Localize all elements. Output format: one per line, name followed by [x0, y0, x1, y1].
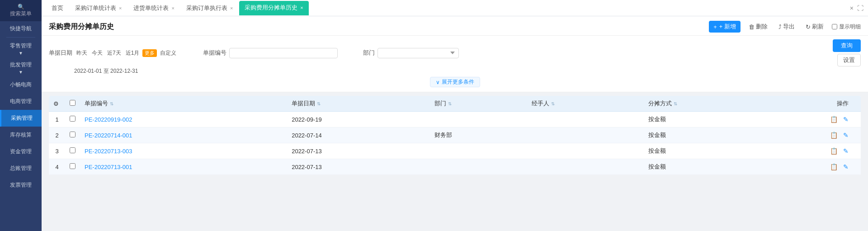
cell-checkbox-1[interactable]	[65, 127, 80, 143]
tab-stock-in-stats-label: 进货单统计表	[133, 4, 169, 12]
cell-doc-date-2: 2022-07-13	[287, 143, 430, 159]
tab-purchase-order-exec[interactable]: 采购订单执行表 ×	[181, 1, 238, 15]
cell-action-1: 📋 ✎	[825, 127, 861, 143]
tab-close-icon[interactable]: ×	[850, 5, 854, 12]
cell-checkbox-0[interactable]	[65, 112, 80, 127]
view-icon-0[interactable]: 📋	[829, 115, 839, 124]
edit-icon-3[interactable]: ✎	[842, 162, 849, 171]
edit-icon-2[interactable]: ✎	[842, 146, 849, 156]
show-columns-toggle[interactable]: 显示明细	[832, 23, 861, 31]
sidebar-item-ecommerce-small[interactable]: 小畅电商	[0, 76, 42, 93]
add-button[interactable]: + + 新增	[709, 21, 741, 33]
department-label: 部门	[363, 49, 375, 57]
tab-purchase-order-stats-close[interactable]: ×	[119, 5, 122, 11]
select-all-checkbox[interactable]	[70, 100, 75, 106]
yesterday-btn[interactable]: 昨天	[75, 49, 89, 57]
sort-doc-date-icon[interactable]: ⇅	[317, 101, 321, 106]
tab-purchase-order-stats[interactable]: 采购订单统计表 ×	[70, 1, 127, 15]
date-filter: 单据日期 昨天 今天 近7天 近1月 更多 自定义	[49, 49, 178, 57]
chevron-down-icon: ▼	[19, 51, 23, 56]
table-row: 3 PE-20220713-003 2022-07-13 按金额 📋 ✎	[49, 143, 861, 159]
more-btn[interactable]: 更多	[142, 49, 157, 57]
main-content: 首页 采购订单统计表 × 进货单统计表 × 采购订单执行表 × 采购费用分摊单历…	[42, 0, 868, 231]
view-icon-1[interactable]: 📋	[829, 131, 839, 140]
view-icon-3[interactable]: 📋	[829, 162, 839, 171]
custom-btn[interactable]: 自定义	[159, 49, 178, 57]
sidebar-search[interactable]: 🔍 搜索菜单	[0, 0, 42, 21]
table-row: 4 PE-20220713-001 2022-07-13 按金额 📋 ✎	[49, 159, 861, 175]
refresh-button[interactable]: ↻ 刷新	[803, 21, 826, 32]
edit-icon-0[interactable]: ✎	[842, 115, 849, 124]
th-gear[interactable]: ⚙	[49, 96, 65, 112]
cell-handler-3	[527, 159, 644, 175]
sidebar-item-invoice[interactable]: 发票管理	[0, 177, 42, 193]
department-select[interactable]: 财务部	[377, 48, 459, 58]
tab-purchase-cost-split-close[interactable]: ×	[300, 5, 303, 10]
cell-split-method-3: 按金额	[644, 159, 825, 175]
sort-handler-icon[interactable]: ⇅	[551, 101, 555, 106]
row-checkbox-1[interactable]	[70, 132, 75, 137]
sort-split-method-icon[interactable]: ⇅	[674, 101, 677, 106]
tab-purchase-cost-split[interactable]: 采购费用分摊单历史 ×	[239, 1, 308, 15]
delete-button[interactable]: 🗑 删除	[746, 21, 770, 32]
sidebar-item-retail[interactable]: 零售管理 ▼	[0, 38, 42, 57]
row-checkbox-2[interactable]	[70, 147, 75, 153]
doc-number-link-2[interactable]: PE-20220713-003	[85, 148, 132, 155]
setting-button[interactable]: 设置	[837, 54, 861, 66]
th-doc-date: 单据日期 ⇅	[287, 96, 430, 112]
date-range-display: 2022-01-01 至 2022-12-31	[74, 68, 138, 74]
doc-number-link-3[interactable]: PE-20220713-001	[85, 164, 132, 170]
sidebar-item-wholesale[interactable]: 批发管理 ▼	[0, 57, 42, 76]
row-checkbox-0[interactable]	[70, 116, 75, 122]
cell-action-2: 📋 ✎	[825, 143, 861, 159]
tab-purchase-order-exec-close[interactable]: ×	[230, 5, 233, 11]
sidebar-item-inventory[interactable]: 库存核算	[0, 127, 42, 143]
add-label: + 新增	[719, 23, 736, 31]
tab-stock-in-stats[interactable]: 进货单统计表 ×	[128, 1, 179, 15]
query-button[interactable]: 查询	[833, 39, 861, 52]
tab-purchase-order-exec-label: 采购订单执行表	[186, 4, 227, 12]
doc-number-link-0[interactable]: PE-20220919-002	[85, 116, 132, 123]
cell-doc-date-1: 2022-07-14	[287, 127, 430, 143]
doc-number-input[interactable]	[229, 48, 338, 58]
cell-department-3	[430, 159, 527, 175]
sidebar-item-inventory-label: 库存核算	[10, 131, 32, 139]
sidebar-item-finance-label: 资金管理	[10, 148, 32, 156]
row-checkbox-3[interactable]	[70, 163, 75, 169]
page-header: 采购费用分摊单历史 + + 新增 🗑 删除 ⤴ 导出 ↻ 刷新 显示明细	[42, 16, 868, 36]
sidebar-item-invoice-label: 发票管理	[10, 181, 32, 189]
cell-split-method-1: 按金额	[644, 127, 825, 143]
cell-gear-1: 2	[49, 127, 65, 143]
last7-btn[interactable]: 近7天	[106, 49, 123, 57]
doc-number-filter: 单据编号	[203, 48, 338, 58]
tab-stock-in-stats-close[interactable]: ×	[171, 5, 174, 11]
sidebar-item-finance[interactable]: 资金管理	[0, 143, 42, 160]
th-doc-date-label: 单据日期	[292, 100, 315, 107]
filter-expand: ∨ 展开更多条件	[49, 75, 861, 88]
sidebar-item-ledger[interactable]: 总账管理	[0, 160, 42, 177]
tab-purchase-cost-split-label: 采购费用分摊单历史	[245, 4, 297, 12]
today-btn[interactable]: 今天	[90, 49, 104, 57]
doc-number-link-1[interactable]: PE-20220714-001	[85, 132, 132, 139]
toolbar: + + 新增 🗑 删除 ⤴ 导出 ↻ 刷新 显示明细	[709, 21, 861, 33]
view-icon-2[interactable]: 📋	[829, 146, 839, 156]
edit-icon-1[interactable]: ✎	[842, 131, 849, 140]
cell-checkbox-2[interactable]	[65, 143, 80, 159]
last1m-btn[interactable]: 近1月	[124, 49, 141, 57]
show-columns-checkbox[interactable]	[832, 24, 837, 29]
expand-more-btn[interactable]: ∨ 展开更多条件	[430, 77, 480, 87]
cell-doc-date-0: 2022-09-19	[287, 112, 430, 127]
cell-gear-3: 4	[49, 159, 65, 175]
sidebar-item-purchase[interactable]: 采购管理	[0, 110, 42, 127]
sort-doc-number-icon[interactable]: ⇅	[110, 101, 113, 106]
sidebar-item-ecommerce-label: 电商管理	[10, 98, 32, 105]
search-icon: 🔍	[18, 4, 24, 10]
export-button[interactable]: ⤴ 导出	[776, 21, 797, 32]
cell-doc-number-2: PE-20220713-003	[80, 143, 287, 159]
sidebar-quicknav[interactable]: 快捷导航	[0, 21, 42, 36]
sidebar-item-ecommerce[interactable]: 电商管理	[0, 93, 42, 110]
sort-department-icon[interactable]: ⇅	[448, 101, 452, 106]
tab-maximize-icon[interactable]: ⛶	[857, 5, 863, 12]
tab-home[interactable]: 首页	[46, 1, 69, 15]
cell-checkbox-3[interactable]	[65, 159, 80, 175]
